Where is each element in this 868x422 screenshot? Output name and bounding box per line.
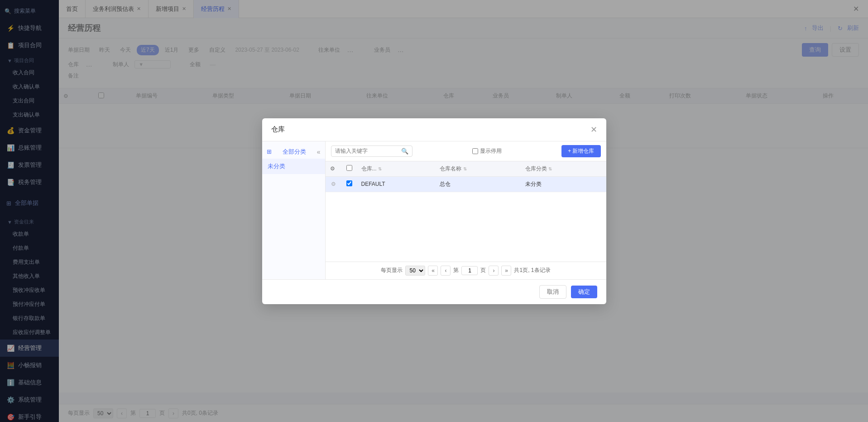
row-name: 总仓 — [435, 176, 521, 192]
add-warehouse-button[interactable]: + 新增仓库 — [561, 145, 600, 157]
row-code: DEFAULT — [357, 176, 436, 192]
dialog-prev-page-btn[interactable]: ‹ — [441, 266, 451, 276]
dialog-page-suffix: 页 — [480, 267, 486, 274]
dialog-close-button[interactable]: ✕ — [590, 125, 597, 135]
sort-name-icon[interactable]: ⇅ — [463, 166, 467, 171]
dialog-total-label: 共1页, 1条记录 — [514, 267, 550, 274]
dialog-col-code: 仓库... ⇅ — [357, 161, 436, 177]
dialog-next-page-btn[interactable]: › — [489, 266, 499, 276]
row-select-checkbox[interactable] — [346, 180, 352, 186]
dialog-toolbar: 🔍 显示停用 + 新增仓库 — [326, 141, 606, 161]
all-category-btn[interactable]: ⊞ 全部分类 « — [262, 145, 325, 159]
category-unclassified[interactable]: 未分类 — [262, 159, 325, 174]
dialog-first-page-btn[interactable]: « — [428, 266, 438, 276]
select-all-checkbox[interactable] — [346, 165, 352, 171]
all-category-label: 全部分类 — [283, 148, 306, 156]
dialog-per-page-select[interactable]: 50 — [405, 266, 425, 276]
table-row[interactable]: ⚙ DEFAULT 总仓 未分类 — [326, 176, 606, 192]
show-disabled-label[interactable]: 显示停用 — [472, 147, 502, 155]
dialog-search-box: 🔍 — [331, 146, 412, 157]
dialog-left-panel: ⊞ 全部分类 « 未分类 — [262, 141, 326, 279]
row-settings: ⚙ — [326, 176, 342, 192]
dialog-right-panel: 🔍 显示停用 + 新增仓库 ⚙ — [326, 141, 606, 279]
dialog-table-wrap: ⚙ 仓库... ⇅ 仓库名称 — [326, 161, 606, 262]
dialog-last-page-btn[interactable]: » — [501, 266, 511, 276]
row-category: 未分类 — [521, 176, 606, 192]
row-checkbox[interactable] — [342, 176, 357, 192]
confirm-button[interactable]: 确定 — [571, 286, 597, 298]
dialog-table: ⚙ 仓库... ⇅ 仓库名称 — [326, 161, 606, 192]
cancel-button[interactable]: 取消 — [539, 285, 566, 299]
dialog-header: 仓库 ✕ — [262, 118, 606, 141]
dialog-search-input[interactable] — [335, 148, 398, 154]
dialog-col-settings[interactable]: ⚙ — [326, 161, 342, 177]
dialog-title: 仓库 — [271, 125, 285, 134]
dialog-col-checkbox[interactable] — [342, 161, 357, 177]
dialog-per-page-label: 每页显示 — [381, 267, 403, 274]
sort-code-icon[interactable]: ⇅ — [378, 166, 382, 171]
show-disabled-checkbox[interactable] — [472, 148, 478, 154]
dialog-footer: 取消 确定 — [262, 279, 606, 304]
dialog-page-word: 第 — [453, 267, 459, 274]
dialog-search-icon: 🔍 — [401, 148, 408, 155]
dialog-body: ⊞ 全部分类 « 未分类 🔍 显示停用 — [262, 141, 606, 279]
gear-icon: ⚙ — [330, 165, 335, 172]
dialog-page-input[interactable] — [461, 266, 478, 275]
modal-overlay: 仓库 ✕ ⊞ 全部分类 « 未分类 🔍 — [0, 0, 868, 422]
dialog-col-category: 仓库分类 ⇅ — [521, 161, 606, 177]
all-category-icon: ⊞ — [267, 148, 272, 155]
dialog-pagination: 每页显示 50 « ‹ 第 页 › » 共1页, 1条记录 — [326, 262, 606, 279]
dialog-collapse-btn[interactable]: « — [317, 148, 321, 155]
dialog-col-name: 仓库名称 ⇅ — [435, 161, 521, 177]
warehouse-dialog: 仓库 ✕ ⊞ 全部分类 « 未分类 🔍 — [262, 118, 606, 304]
sort-category-icon[interactable]: ⇅ — [548, 166, 552, 171]
dialog-table-header: ⚙ 仓库... ⇅ 仓库名称 — [326, 161, 606, 177]
